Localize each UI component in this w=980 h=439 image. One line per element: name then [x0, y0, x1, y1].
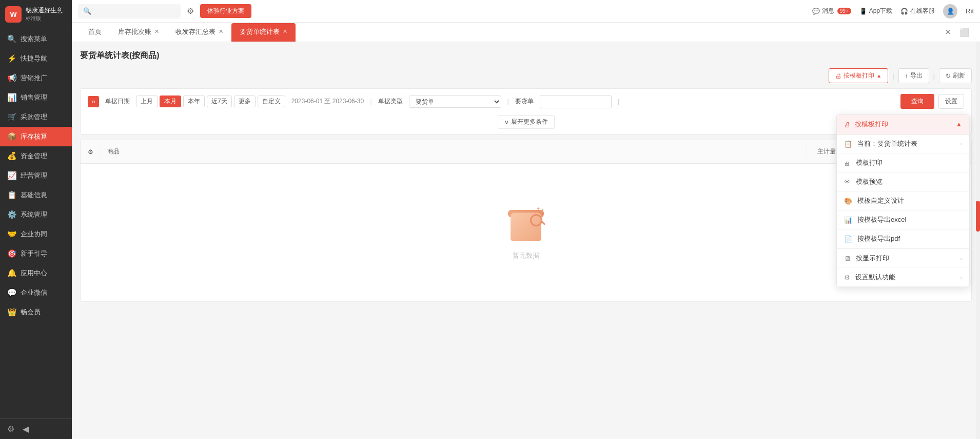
sidebar-item-inventory[interactable]: 📦 库存核算 — [0, 127, 72, 146]
scrollbar-thumb[interactable] — [976, 201, 980, 232]
export-icon: ↑ — [905, 72, 908, 80]
expand-more-label: 展开更多条件 — [511, 118, 548, 126]
magnifier-icon — [530, 214, 542, 226]
yaohuo-input[interactable] — [540, 95, 612, 108]
collapse-icon[interactable]: ◀ — [23, 424, 29, 434]
tab-order-stats-close[interactable]: ✕ — [283, 28, 287, 35]
tab-order-stats[interactable]: 要货单统计表 ✕ — [231, 23, 296, 42]
sidebar-item-marketing[interactable]: 📢 营销推广 — [0, 68, 72, 88]
dropdown-export-pdf[interactable]: 📄 按模板导出pdf — [837, 230, 969, 249]
user-name: Rit — [966, 7, 974, 15]
sidebar-item-label: 系统管理 — [21, 210, 47, 219]
search-box[interactable]: 🔍 — [78, 4, 181, 18]
topbar: 🔍 ⚙ 体验行业方案 💬 消息 99+ 📱 App下载 🎧 在线客服 👤 Rit — [72, 0, 980, 23]
chevron-right-icon-current: › — [960, 140, 962, 147]
sidebar-item-appstore[interactable]: 🔔 应用中心 — [0, 263, 72, 283]
expand-more-btn[interactable]: ∨ 展开更多条件 — [498, 115, 555, 129]
query-btn[interactable]: 查询 — [900, 94, 934, 109]
preview-item-icon: 👁 — [844, 178, 851, 186]
trial-btn[interactable]: 体验行业方案 — [200, 4, 251, 18]
export-btn[interactable]: ↑ 导出 — [898, 68, 929, 83]
action-bar: 🖨 按模板打印 ▲ | ↑ 导出 | ↻ 刷新 — [80, 68, 972, 83]
sidebar-item-label: 采购管理 — [21, 112, 47, 122]
guide-icon: 🎯 — [7, 249, 16, 258]
settings-footer-icon[interactable]: ⚙ — [7, 424, 14, 434]
separator-2: | — [933, 72, 935, 80]
search-input[interactable] — [94, 8, 166, 15]
search-icon: 🔍 — [83, 7, 91, 15]
date-btn-last-month[interactable]: 上月 — [136, 96, 158, 107]
sidebar-item-basic[interactable]: 📋 基础信息 — [0, 185, 72, 205]
messages-label: 消息 — [822, 7, 834, 15]
sidebar-item-label: 经营管理 — [21, 171, 47, 180]
filter-expand-btn[interactable]: » — [88, 96, 99, 107]
date-btn-7days[interactable]: 近7天 — [207, 96, 232, 107]
tab-receipt-summary-close[interactable]: ✕ — [219, 28, 223, 35]
tab-close-all-btn[interactable]: ✕ — [943, 26, 953, 38]
message-icon: 💬 — [812, 8, 820, 15]
online-service-label: 在线客服 — [910, 7, 935, 15]
dropdown-template-print[interactable]: 🖨 模板打印 — [837, 154, 969, 173]
type-label: 单据类型 — [378, 97, 403, 106]
headset-icon: 🎧 — [900, 8, 908, 15]
template-icon: 📋 — [844, 140, 852, 148]
inventory-icon: 📦 — [7, 132, 16, 141]
refresh-btn[interactable]: ↻ 刷新 — [939, 68, 972, 83]
dropdown-template-custom[interactable]: 🎨 模板自定义设计 — [837, 192, 969, 211]
sidebar-item-purchase[interactable]: 🛒 采购管理 — [0, 107, 72, 127]
date-btn-custom[interactable]: 自定义 — [258, 96, 285, 107]
sidebar-item-finance[interactable]: 💰 资金管理 — [0, 146, 72, 166]
chevron-right-default-icon: › — [960, 274, 962, 281]
tab-receipt-summary[interactable]: 收发存汇总表 ✕ — [167, 23, 231, 42]
dropdown-template-preview[interactable]: 👁 模板预览 — [837, 173, 969, 192]
sidebar-item-label: 库存核算 — [21, 132, 47, 141]
th-settings[interactable]: ⚙ — [81, 145, 101, 159]
quick-nav-icon: ⚡ — [7, 54, 16, 63]
export-label: 导出 — [910, 71, 923, 80]
dropdown-current-template[interactable]: 📋 当前：要货单统计表 › — [837, 135, 969, 154]
dropdown-display-print[interactable]: 🖥 按显示打印 › — [837, 249, 969, 268]
sidebar-item-sales[interactable]: 📊 销售管理 — [0, 88, 72, 107]
sidebar-item-member[interactable]: 👑 畅会员 — [0, 302, 72, 322]
sidebar-item-guide[interactable]: 🎯 新手引导 — [0, 244, 72, 263]
messages-btn[interactable]: 💬 消息 99+ — [812, 7, 851, 15]
design-item-icon: 🎨 — [844, 197, 852, 205]
sidebar-item-system[interactable]: ⚙️ 系统管理 — [0, 205, 72, 224]
type-select[interactable]: 要货单 — [409, 96, 501, 108]
tab-home[interactable]: 首页 — [80, 23, 110, 42]
print-template-btn[interactable]: 🖨 按模板打印 ▲ — [829, 68, 888, 83]
wechat-icon: 💬 — [7, 288, 16, 297]
gear-icon[interactable]: ⚙ — [187, 6, 194, 16]
member-icon: 👑 — [7, 308, 16, 317]
date-btn-this-month[interactable]: 本月 — [160, 96, 181, 107]
sidebar-item-label: 企业协同 — [21, 230, 47, 239]
tab-batch-account[interactable]: 库存批次账 ✕ — [110, 23, 167, 42]
star-small-icon: ✦ — [541, 208, 544, 213]
tab-expand-btn[interactable]: ⬜ — [957, 26, 972, 38]
main-area: 🔍 ⚙ 体验行业方案 💬 消息 99+ 📱 App下载 🎧 在线客服 👤 Rit — [72, 0, 980, 439]
dropdown-export-excel[interactable]: 📊 按模板导出excel — [837, 211, 969, 230]
print-item-icon: 🖨 — [844, 159, 851, 167]
sidebar-item-search[interactable]: 🔍 搜索菜单 — [0, 29, 72, 49]
date-btn-this-year[interactable]: 本年 — [183, 96, 205, 107]
tab-batch-account-close[interactable]: ✕ — [154, 28, 159, 35]
printer-icon: 🖨 — [835, 72, 841, 80]
online-service-btn[interactable]: 🎧 在线客服 — [900, 7, 935, 15]
sidebar-item-enterprise[interactable]: 🤝 企业协同 — [0, 224, 72, 244]
date-btn-more[interactable]: 更多 — [234, 96, 256, 107]
sidebar-item-wechat[interactable]: 💬 企业微信 — [0, 283, 72, 302]
refresh-label: 刷新 — [953, 71, 965, 80]
sidebar-item-label: 资金管理 — [21, 151, 47, 161]
settings-btn[interactable]: 设置 — [938, 94, 964, 109]
avatar-icon: 👤 — [947, 8, 954, 15]
app-download-btn[interactable]: 📱 App下载 — [859, 7, 892, 15]
sidebar-item-operations[interactable]: 📈 经营管理 — [0, 166, 72, 185]
star-icon: ✦ — [536, 206, 540, 212]
app-logo: W 畅康通好生意 标准版 — [0, 0, 72, 29]
date-buttons: 上月 本月 本年 近7天 更多 自定义 — [136, 96, 285, 107]
dropdown-set-default[interactable]: ⚙ 设置默认功能 › — [837, 268, 969, 287]
app-name: 畅康通好生意 — [26, 7, 63, 15]
tab-receipt-summary-label: 收发存汇总表 — [175, 27, 215, 36]
sidebar-item-quick-nav[interactable]: ⚡ 快捷导航 — [0, 49, 72, 68]
avatar[interactable]: 👤 — [943, 4, 957, 18]
